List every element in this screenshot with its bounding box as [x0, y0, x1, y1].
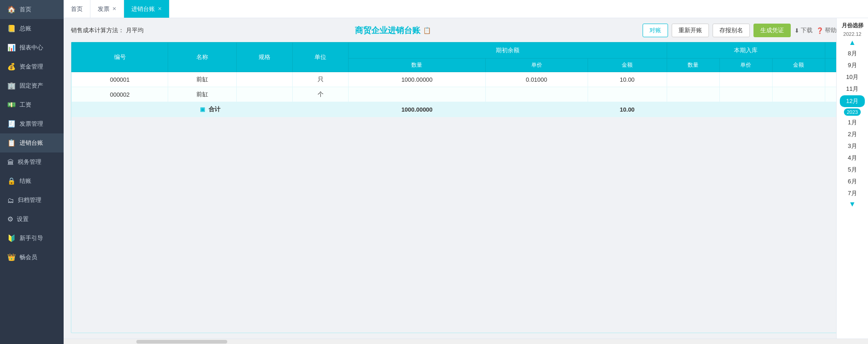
sidebar-item-label: 税务管理	[18, 158, 41, 166]
settings-icon: ⚙	[7, 215, 13, 223]
col-name: 名称	[168, 43, 237, 72]
month-item-2023-2[interactable]: 2月	[837, 128, 868, 140]
cell-ci-unit-price	[719, 87, 772, 102]
sidebar-item-label: 发票管理	[20, 120, 43, 128]
total-ob-quantity: 1000.00000	[349, 102, 485, 117]
sidebar-item-funds[interactable]: 💰 资金管理	[0, 57, 64, 76]
toolbar-actions: 对账 重新开账 存报别名 生成凭证 ⬇ 下载 ❓ 帮助 🔄 刷新	[643, 24, 861, 37]
month-item-12[interactable]: 12月	[840, 95, 865, 107]
sidebar-item-settings[interactable]: ⚙ 设置	[0, 210, 64, 229]
reconcile-button[interactable]: 对账	[643, 24, 668, 37]
purchase-sales-icon: 📋	[7, 139, 16, 147]
month-item-2023-4[interactable]: 4月	[837, 152, 868, 164]
salary-icon: 💵	[7, 101, 16, 109]
cell-ci-quantity	[667, 72, 719, 87]
help-label: 帮助	[825, 26, 837, 34]
total-ob-unit-price	[485, 102, 588, 117]
reports-icon: 📊	[7, 44, 16, 52]
total-ci-quantity	[667, 102, 719, 117]
sidebar-item-label: 资金管理	[20, 63, 43, 71]
month-item-8[interactable]: 8月	[837, 48, 868, 59]
archive-icon: 🗂	[7, 197, 14, 204]
sidebar-item-assets[interactable]: 🏢 固定资产	[0, 76, 64, 95]
cell-name: 前缸	[168, 87, 237, 102]
sidebar-item-closing[interactable]: 🔒 结账	[0, 172, 64, 191]
sales-method-label: 销售成本计算方法：	[71, 27, 124, 34]
month-item-2023-5[interactable]: 5月	[837, 164, 868, 176]
month-item-2023-6[interactable]: 6月	[837, 176, 868, 187]
sidebar-item-invoice-mgmt[interactable]: 🧾 发票管理	[0, 114, 64, 133]
sidebar-item-archive[interactable]: 🗂 归档管理	[0, 191, 64, 210]
total-ob-amount: 10.00	[588, 102, 667, 117]
table-row: 000001 前缸 只 1000.00000 0.01000 10.00	[72, 72, 860, 87]
tab-purchase-sales-close[interactable]: ✕	[158, 6, 162, 12]
month-item-10[interactable]: 10月	[837, 71, 868, 83]
year-tag-2023: 2023	[844, 108, 860, 116]
sidebar-item-label: 固定资产	[20, 82, 43, 90]
col-unit: 单位	[293, 43, 349, 72]
total-label: ▣ 合计	[72, 102, 349, 117]
sidebar-item-salary[interactable]: 💵 工资	[0, 95, 64, 114]
sidebar-item-purchase-sales[interactable]: 📋 进销台账	[0, 133, 64, 152]
tab-invoice-close[interactable]: ✕	[112, 6, 116, 12]
sidebar-item-label: 首页	[20, 5, 31, 14]
sidebar-item-guide[interactable]: 🔰 新手引导	[0, 229, 64, 248]
save-alias-button[interactable]: 存报别名	[713, 24, 750, 37]
generate-voucher-button[interactable]: 生成凭证	[753, 24, 791, 37]
close-button[interactable]: ✕	[849, 22, 855, 30]
tab-invoice[interactable]: 发票 ✕	[90, 0, 124, 18]
maximize-button[interactable]: ⤢	[858, 22, 864, 30]
tab-purchase-sales-label: 进销台账	[131, 5, 155, 13]
tab-bar: 首页 发票 ✕ 进销台账 ✕	[64, 0, 868, 18]
sidebar-item-label: 报表中心	[20, 44, 43, 52]
cell-ob-unit-price	[485, 87, 588, 102]
guide-icon: 🔰	[7, 234, 16, 242]
sidebar-item-ledger[interactable]: 📒 总账	[0, 19, 64, 38]
download-button[interactable]: ⬇ 下载	[794, 26, 813, 34]
cell-ob-amount: 10.00	[588, 72, 667, 87]
cell-code: 000002	[72, 87, 168, 102]
cell-ci-quantity	[667, 87, 719, 102]
closing-icon: 🔒	[7, 177, 16, 185]
total-row: ▣ 合计 1000.00000 10.00	[72, 102, 860, 117]
ledger-icon: 📒	[7, 25, 16, 33]
month-scroll-down[interactable]: ▼	[849, 199, 856, 209]
cell-code: 000001	[72, 72, 168, 87]
cell-ob-quantity	[349, 87, 485, 102]
edit-icon[interactable]: 📋	[423, 27, 431, 34]
bottom-scrollbar[interactable]	[64, 339, 868, 344]
total-ci-amount	[772, 102, 825, 117]
col-current-in: 本期入库	[667, 43, 825, 59]
cell-unit: 只	[293, 72, 349, 87]
home-icon: 🏠	[7, 5, 16, 14]
sales-method: 销售成本计算方法： 月平均	[71, 26, 144, 34]
sales-method-value: 月平均	[126, 27, 144, 34]
month-item-2023-1[interactable]: 1月	[837, 117, 868, 128]
month-item-2023-7[interactable]: 7月	[837, 187, 868, 199]
month-item-2023-3[interactable]: 3月	[837, 140, 868, 152]
sidebar-item-reports[interactable]: 📊 报表中心	[0, 38, 64, 57]
month-scroll-up[interactable]: ▲	[849, 38, 856, 48]
tab-home-label: 首页	[71, 5, 83, 13]
month-item-11[interactable]: 11月	[837, 83, 868, 95]
total-icon: ▣	[200, 106, 205, 113]
col-ob-unit-price: 单价	[485, 59, 588, 72]
help-button[interactable]: ❓ 帮助	[816, 26, 837, 34]
download-icon: ⬇	[794, 27, 799, 34]
month-item-9[interactable]: 9月	[837, 59, 868, 71]
sidebar-item-member[interactable]: 👑 畅会员	[0, 248, 64, 267]
page-title-text: 商贸企业进销台账	[355, 25, 420, 36]
cell-spec	[237, 87, 293, 102]
scroll-thumb[interactable]	[136, 340, 227, 344]
content-area: ✕ ⤢ 销售成本计算方法： 月平均 商贸企业进销台账 📋 对账 重新开账 存报别…	[64, 18, 868, 339]
sidebar-item-label: 归档管理	[18, 196, 41, 204]
col-code: 编号	[72, 43, 168, 72]
tab-home[interactable]: 首页	[64, 0, 90, 18]
tab-purchase-sales[interactable]: 进销台账 ✕	[124, 0, 170, 18]
sidebar-item-tax[interactable]: 🏛 税务管理	[0, 152, 64, 172]
sidebar-item-home[interactable]: 🏠 首页	[0, 0, 64, 19]
assets-icon: 🏢	[7, 82, 16, 90]
reopen-button[interactable]: 重新开账	[672, 24, 709, 37]
data-table: 编号 名称 规格 单位 期初余额 本期入库 数 数量 单价 金额 数量 单价	[71, 42, 861, 333]
total-ci-unit-price	[719, 102, 772, 117]
